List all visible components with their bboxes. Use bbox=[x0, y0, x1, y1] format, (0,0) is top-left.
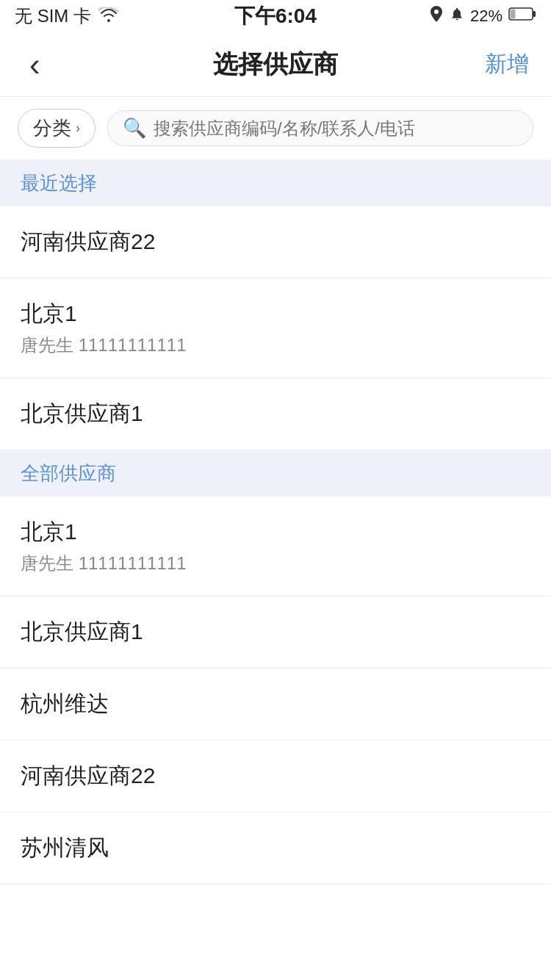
item-name: 苏州清风 bbox=[21, 833, 530, 863]
item-name: 河南供应商22 bbox=[21, 761, 530, 791]
item-name: 河南供应商22 bbox=[21, 227, 530, 257]
all-suppliers-list: 北京1唐先生 11111111111北京供应商1杭州维达河南供应商22苏州清风 bbox=[0, 497, 551, 884]
filter-bar: 分类 › 🔍 bbox=[0, 97, 551, 160]
item-name: 杭州维达 bbox=[21, 689, 530, 719]
search-input[interactable] bbox=[154, 118, 518, 139]
list-item[interactable]: 北京供应商1 bbox=[0, 378, 551, 450]
category-label: 分类 bbox=[33, 115, 71, 141]
all-section-header: 全部供应商 bbox=[0, 450, 551, 497]
item-name: 北京1 bbox=[21, 517, 530, 547]
list-item[interactable]: 河南供应商22 bbox=[0, 741, 551, 813]
add-button[interactable]: 新增 bbox=[485, 49, 529, 79]
status-right: 22% bbox=[429, 6, 536, 26]
category-filter-button[interactable]: 分类 › bbox=[18, 109, 96, 148]
alarm-icon bbox=[450, 6, 464, 26]
search-box[interactable]: 🔍 bbox=[107, 110, 533, 146]
all-section-label: 全部供应商 bbox=[21, 462, 116, 484]
back-button[interactable]: ‹ bbox=[22, 39, 48, 90]
nav-bar: ‹ 选择供应商 新增 bbox=[0, 32, 551, 97]
page-title: 选择供应商 bbox=[213, 48, 338, 82]
list-item[interactable]: 河南供应商22 bbox=[0, 206, 551, 278]
status-left: 无 SIM 卡 bbox=[15, 4, 119, 28]
item-name: 北京1 bbox=[21, 299, 530, 329]
list-item[interactable]: 苏州清风 bbox=[0, 813, 551, 884]
svg-rect-1 bbox=[533, 11, 536, 17]
status-bar: 无 SIM 卡 下午6:04 22% bbox=[0, 0, 551, 32]
item-name: 北京供应商1 bbox=[21, 617, 530, 647]
svg-rect-2 bbox=[511, 10, 516, 19]
item-name: 北京供应商1 bbox=[21, 399, 530, 429]
recent-list: 河南供应商22北京1唐先生 11111111111北京供应商1 bbox=[0, 206, 551, 450]
recent-section-header: 最近选择 bbox=[0, 160, 551, 206]
list-item[interactable]: 北京1唐先生 11111111111 bbox=[0, 278, 551, 378]
recent-section-label: 最近选择 bbox=[21, 172, 97, 194]
list-item[interactable]: 北京1唐先生 11111111111 bbox=[0, 497, 551, 597]
status-time: 下午6:04 bbox=[234, 2, 317, 30]
carrier-label: 无 SIM 卡 bbox=[15, 4, 91, 28]
item-sub: 唐先生 11111111111 bbox=[21, 334, 530, 357]
chevron-right-icon: › bbox=[76, 120, 80, 136]
list-item[interactable]: 北京供应商1 bbox=[0, 597, 551, 669]
list-item[interactable]: 杭州维达 bbox=[0, 669, 551, 741]
item-sub: 唐先生 11111111111 bbox=[21, 552, 530, 575]
location-icon bbox=[429, 6, 444, 26]
search-icon: 🔍 bbox=[123, 117, 146, 140]
wifi-icon bbox=[98, 6, 119, 26]
battery-icon bbox=[508, 7, 536, 26]
battery-label: 22% bbox=[470, 7, 503, 26]
